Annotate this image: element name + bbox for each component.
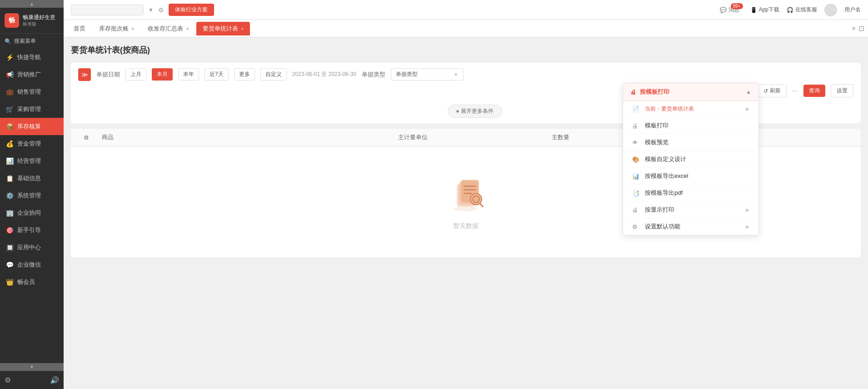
tab-inventory-batch-close[interactable]: × [131,26,134,31]
app-download-btn[interactable]: 📱 App下载 [750,6,779,14]
refresh-label: 刷新 [770,87,781,95]
tab-receivable-close[interactable]: × [186,26,189,31]
tab-receivable[interactable]: 收发存汇总表 × [141,22,195,35]
sidebar-item-quick-nav[interactable]: ⚡ 快捷导航 [0,49,64,66]
filter-date-row: 单据日期 上月 本月 本年 近7天 更多 自定义 2023-06-01 至 20… [96,68,853,81]
set-default-label: 设置默认功能 [645,222,680,231]
svg-point-0 [454,206,478,211]
refresh-btn[interactable]: ↺ 刷新 [758,84,787,97]
dropdown-item-display-print[interactable]: 🖨 按显示打印 ▶ [623,202,758,218]
export-pdf-label: 按模板导出pdf [645,189,683,197]
sidebar-item-member[interactable]: 👑 畅会员 [0,273,64,291]
sidebar-item-label: 资金管理 [17,140,41,148]
sidebar-item-operation[interactable]: 📊 经营管理 [0,152,64,170]
display-print-left: 🖨 按显示打印 [632,206,674,214]
sidebar-item-wechat[interactable]: 💬 企业微信 [0,256,64,273]
sidebar-item-basic[interactable]: 📋 基础信息 [0,170,64,187]
current-chevron: ▶ [746,106,749,112]
member-icon: 👑 [5,278,14,286]
topbar-search-chevron[interactable]: ▼ [148,7,154,13]
date-range-display: 2023-06-01 至 2023-06-30 [292,71,356,78]
display-print-label: 按显示打印 [645,206,674,214]
sidebar-item-label: 库存核算 [17,122,41,131]
date-this-year[interactable]: 本年 [178,68,199,81]
tabs-bar: 首页 库存批次账 × 收发存汇总表 × 要货单统计表 × × ⊡ [64,20,868,37]
filter-expand-btn[interactable]: ≫ [78,68,91,81]
date-this-month[interactable]: 本月 [152,68,173,81]
sidebar-item-label: 新手引导 [17,226,41,234]
sidebar-item-finance[interactable]: 💰 资金管理 [0,135,64,152]
industry-btn[interactable]: 体验行业方案 [169,4,214,16]
th-gear[interactable]: ⚙ [78,134,96,141]
sidebar-item-inventory[interactable]: 📦 库存核算 [0,118,64,135]
dropdown-item-set-default[interactable]: ⚙ 设置默认功能 ▶ [623,218,758,235]
dropdown-item-template-print[interactable]: 🖨 模板打印 [623,117,758,134]
finance-icon: 💰 [5,140,14,147]
topbar-search-input[interactable] [71,5,144,15]
settings-bottom-icon[interactable]: ⚙ [5,376,11,384]
dropdown-item-template-custom[interactable]: 🎨 模板自定义设计 [623,151,758,168]
sidebar-nav: ⚡ 快捷导航 📢 营销推广 💼 销售管理 🛒 采购管理 📦 库存核算 💰 资金管… [0,49,64,363]
tabs-close-all-btn[interactable]: × [852,25,856,33]
system-icon: ⚙️ [5,192,14,199]
sidebar-scroll-down[interactable]: ▼ [0,363,64,371]
wechat-icon: 💬 [5,261,14,268]
sidebar-item-purchase[interactable]: 🛒 采购管理 [0,101,64,118]
tab-order-stat-close[interactable]: × [241,26,244,31]
online-service-label: 在线客服 [795,6,817,14]
expand-more-btn[interactable]: ▾ 展开更多条件 [448,105,502,118]
sidebar-item-apps[interactable]: 🔲 应用中心 [0,239,64,256]
tab-inventory-batch-label: 库存批次账 [99,25,129,33]
doc-type-select[interactable]: 单据类型 ▼ [391,68,464,81]
tab-home[interactable]: 首页 [67,22,92,35]
sidebar-item-label: 系统管理 [17,192,41,200]
toolbar-dots[interactable]: ··· [792,87,798,95]
sidebar-item-system[interactable]: ⚙️ 系统管理 [0,187,64,204]
dropdown-header-right: ▲ [746,89,751,95]
dropdown-current-item[interactable]: 📄 当前：要货单统计表 ▶ [623,101,758,117]
tab-inventory-batch[interactable]: 库存批次账 × [93,22,140,35]
tab-receivable-label: 收发存汇总表 [148,25,183,33]
display-print-icon: 🖨 [632,207,640,213]
sidebar-item-label: 企业微信 [17,261,41,269]
doc-type-chevron: ▼ [453,71,459,78]
export-excel-label: 按模板导出excel [645,172,688,180]
tab-order-stat[interactable]: 要货单统计表 × [196,22,250,35]
tabs-expand-btn[interactable]: ⊡ [858,24,864,33]
sidebar-item-guide[interactable]: 🎯 新手引导 [0,222,64,239]
query-btn[interactable]: 查询 [803,85,825,97]
sidebar-bottom: ⚙ 🔊 [0,371,64,389]
dropdown-chevron-up[interactable]: ▲ [746,89,751,95]
sidebar-scroll-up[interactable]: ▲ [0,0,64,8]
dropdown-item-template-preview[interactable]: 👁 模板预览 [623,134,758,151]
speaker-icon[interactable]: 🔊 [50,376,59,384]
th-unit: 主计量单位 [393,133,546,141]
logo-sub: 标准版 [23,21,55,27]
online-service-btn[interactable]: 🎧 在线客服 [787,6,817,14]
sidebar-item-sales[interactable]: 💼 销售管理 [0,83,64,101]
current-label: 当前：要货单统计表 [645,105,694,113]
topbar-gear-icon[interactable]: ⚙ [158,6,164,14]
date-custom[interactable]: 自定义 [260,68,287,81]
sidebar-search[interactable]: 🔍 搜索菜单 [0,34,64,49]
date-last-7-days[interactable]: 近7天 [205,68,229,81]
th-product: 商品 [96,133,393,141]
sidebar-item-marketing[interactable]: 📢 营销推广 [0,66,64,83]
message-badge: 99+ [731,3,743,9]
date-more[interactable]: 更多 [234,68,255,81]
dropdown-item-export-excel[interactable]: 📊 按模板导出excel [623,168,758,185]
dropdown-item-export-pdf[interactable]: 📑 按模板导出pdf [623,185,758,202]
sidebar-item-label: 企业协同 [17,209,41,217]
logo-icon: 畅 [5,13,19,28]
sidebar-item-enterprise[interactable]: 🏢 企业协同 [0,204,64,222]
message-btn[interactable]: 💬 消息 99+ [720,6,739,14]
settings-btn[interactable]: 设置 [831,84,853,97]
date-prev-month[interactable]: 上月 [125,68,146,81]
current-doc-icon: 📄 [632,106,640,112]
avatar[interactable] [824,4,837,16]
template-print-icon: 🖨 [632,122,640,129]
message-icon: 💬 [720,7,727,13]
date-filter-label: 单据日期 [96,71,120,79]
operation-icon: 📊 [5,157,14,165]
sales-icon: 💼 [5,88,14,96]
